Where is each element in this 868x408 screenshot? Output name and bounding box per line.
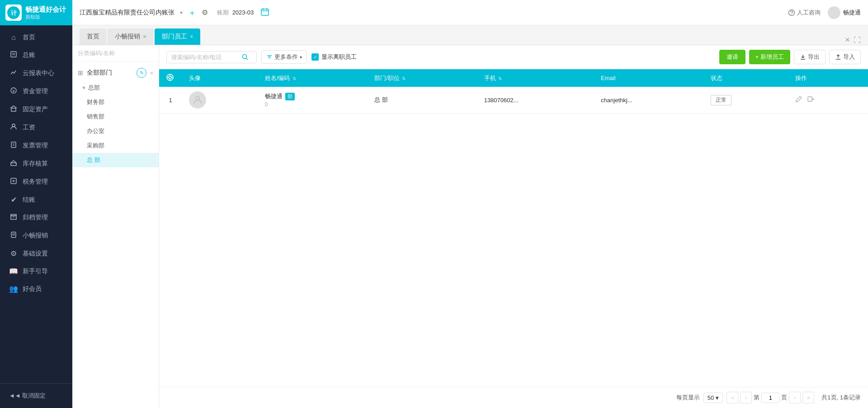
nav-tax[interactable]: 税务管理	[0, 173, 72, 191]
tab-xiaochang[interactable]: 小畅报销 ×	[108, 28, 154, 45]
nav-settings[interactable]: ⚙ 基础设置	[0, 245, 72, 262]
col-settings[interactable]	[159, 69, 182, 87]
col-name[interactable]: 姓名/编码 ⇅	[258, 69, 368, 87]
nav-xiaochang[interactable]: 小畅报销	[0, 227, 72, 245]
svg-text:¥: ¥	[12, 89, 15, 93]
invite-button[interactable]: 邀请	[719, 50, 745, 64]
show-resigned-checkbox[interactable]: ✓	[311, 53, 319, 61]
nav-payroll[interactable]: 工资	[0, 119, 72, 137]
per-page-value: 50	[708, 394, 714, 401]
calendar-icon[interactable]	[261, 8, 269, 18]
nav-inventory[interactable]: 库存核算	[0, 155, 72, 173]
show-resigned-label: 显示离职员工	[321, 53, 357, 61]
import-label: 导入	[843, 53, 855, 61]
topbar: 江西服宝精品有限责任公司内账张 ▾ ＋ ⚙ 账期 2023-03 人工咨询 畅捷…	[72, 0, 868, 25]
svg-rect-12	[11, 163, 16, 166]
dept-search-input[interactable]	[78, 50, 154, 57]
dept-edit-icon[interactable]: ✎	[137, 68, 146, 78]
tab-dept-close[interactable]: ×	[190, 33, 193, 40]
svg-text:计: 计	[11, 9, 17, 16]
tab-home[interactable]: 首页	[80, 28, 107, 45]
prev-page-button[interactable]: ‹	[740, 392, 752, 403]
nav-reports[interactable]: 云报表中心	[0, 64, 72, 82]
nav-close-accounts[interactable]: ✔ 结账	[0, 191, 72, 209]
inventory-icon	[9, 159, 18, 168]
row-name: 畅捷通 部 0	[258, 87, 368, 114]
close-window-icon[interactable]: ×	[845, 35, 850, 45]
guide-icon: 📖	[9, 267, 18, 275]
nav-guide[interactable]: 📖 新手引导	[0, 262, 72, 280]
nav-home[interactable]: ⌂ 首页	[0, 29, 72, 46]
last-page-button[interactable]: »	[802, 392, 814, 403]
dept-item-caigou[interactable]: 采购部	[72, 138, 159, 153]
export-button[interactable]: 导出	[794, 50, 826, 64]
nav-general-ledger[interactable]: 总账	[0, 46, 72, 64]
dept-all-header[interactable]: ⊞ 全部部门 ✎ «	[72, 65, 159, 81]
user-avatar	[828, 6, 840, 19]
table-row: 1 畅捷通 部 0	[159, 87, 868, 114]
logo-subtitle: 旗舰版	[25, 14, 66, 20]
dept-item-xiaoshou[interactable]: 销售部	[72, 109, 159, 124]
tab-dept-employee[interactable]: 部门员工 ×	[155, 28, 200, 45]
nav-member[interactable]: 👥 好会员	[0, 280, 72, 298]
nav-close-accounts-label: 结账	[23, 196, 35, 204]
first-page-button[interactable]: «	[726, 392, 738, 403]
logo-text-block: 畅捷通好会计 旗舰版	[25, 5, 66, 20]
svg-rect-17	[11, 214, 16, 216]
col-dept[interactable]: 部门/职位 ⇅	[367, 69, 477, 87]
svg-line-30	[246, 58, 248, 60]
page-suffix: 页	[781, 394, 787, 402]
next-page-button[interactable]: ›	[789, 392, 801, 403]
nav-archive[interactable]: 归档管理	[0, 209, 72, 227]
tab-xiaochang-close[interactable]: ×	[143, 33, 146, 40]
add-icon[interactable]: ＋	[188, 7, 196, 18]
unpin-button[interactable]: ◄◄ 取消固定	[0, 388, 72, 403]
dept-item-zongbu-active[interactable]: 总 部	[72, 153, 159, 167]
edit-employee-icon[interactable]	[795, 95, 802, 104]
svg-point-36	[169, 76, 171, 79]
dept-label-caiwu: 财务部	[87, 98, 104, 106]
add-employee-button[interactable]: + 新增员工	[749, 50, 790, 64]
nav-invoice[interactable]: 发票管理	[0, 137, 72, 155]
nav-home-label: 首页	[23, 33, 35, 42]
tab-xiaochang-label: 小畅报销	[115, 33, 140, 41]
logout-employee-icon[interactable]	[807, 95, 814, 104]
dept-item-caiwu[interactable]: 财务部	[72, 95, 159, 109]
employee-search-icon[interactable]	[242, 54, 248, 60]
page-input[interactable]	[761, 393, 779, 403]
logo: 计 畅捷通好会计 旗舰版	[0, 0, 72, 25]
maximize-icon[interactable]: ⛶	[854, 36, 861, 44]
dept-collapse-button[interactable]: «	[150, 70, 153, 76]
col-phone[interactable]: 手机 ⇅	[477, 69, 594, 87]
support-button[interactable]: 人工咨询	[788, 9, 821, 17]
filter-button[interactable]: 更多条件 ▾	[261, 50, 307, 64]
per-page-select[interactable]: 50 ▾	[703, 393, 723, 403]
import-button[interactable]: 导入	[829, 50, 861, 64]
employee-search-input[interactable]	[171, 54, 239, 61]
nav-payroll-label: 工资	[23, 123, 35, 132]
nav-tax-label: 税务管理	[23, 178, 48, 186]
tab-right-actions: × ⛶	[845, 35, 861, 45]
row-dept: 总 部	[367, 87, 477, 114]
nav-fixed-assets[interactable]: 固定资产	[0, 100, 72, 119]
dropdown-arrow-icon[interactable]: ▾	[180, 9, 183, 16]
tab-home-label: 首页	[87, 33, 99, 41]
show-resigned-option[interactable]: ✓ 显示离职员工	[311, 53, 357, 61]
company-name: 江西服宝精品有限责任公司内账张	[80, 9, 175, 17]
dept-item-bangong[interactable]: 办公室	[72, 124, 159, 138]
gear-icon[interactable]: ⚙	[202, 8, 208, 17]
settings-icon: ⚙	[9, 249, 18, 258]
dept-parent-zongbu[interactable]: ▼ 总部	[72, 81, 159, 95]
employee-dept-badge: 部	[285, 93, 295, 100]
xiaochang-icon	[9, 231, 18, 240]
user-menu[interactable]: 畅捷通	[828, 6, 861, 19]
svg-rect-43	[808, 97, 812, 101]
svg-point-20	[13, 233, 14, 235]
nav-funds[interactable]: ¥ 资金管理	[0, 82, 72, 100]
nav-menu: ⌂ 首页 总账 云报表中心 ¥ 资金管理 固定资产	[0, 25, 72, 383]
user-name: 畅捷通	[843, 9, 861, 17]
page-label: 第	[754, 394, 760, 402]
logo-title: 畅捷通好会计	[25, 5, 66, 14]
nav-ledger-label: 总账	[23, 51, 35, 59]
support-label: 人工咨询	[797, 9, 821, 17]
